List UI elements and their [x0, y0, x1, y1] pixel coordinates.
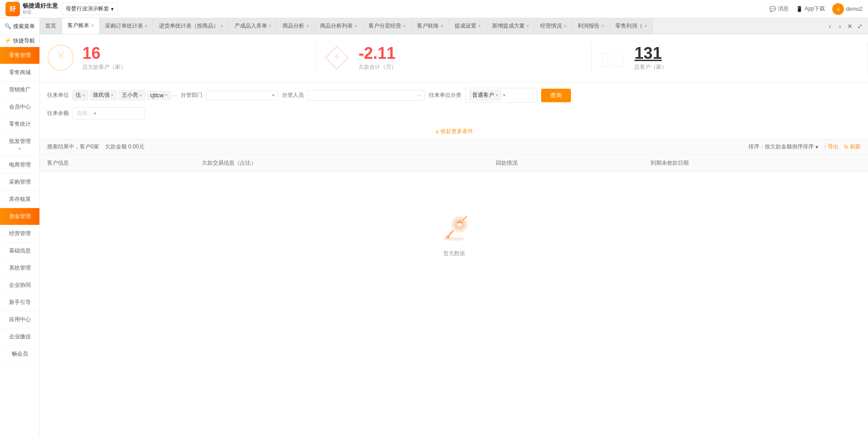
sidebar-search[interactable]: 🔍 搜索菜单 [0, 18, 39, 35]
tab-close-icon[interactable]: × [269, 24, 272, 28]
user-action[interactable]: d demo2 [832, 3, 863, 15]
tag-close-chen[interactable]: × [111, 93, 114, 98]
card3-bg-icon [599, 44, 626, 72]
sidebar-item-finance[interactable]: 资金管理 [0, 208, 39, 225]
query-button[interactable]: 查询 [541, 89, 571, 102]
balance-filter-input[interactable]: 选择... ▾ [72, 107, 145, 119]
dept-filter-select[interactable]: ▾ [206, 90, 278, 100]
tag-close-wu[interactable]: × [82, 93, 85, 98]
tab-commission-settings[interactable]: 提成设置 × [449, 18, 487, 34]
tab-close-all-btn[interactable]: ✕ [845, 22, 854, 31]
refresh-btn[interactable]: ↻ 刷新 [844, 143, 861, 151]
tab-close-icon[interactable]: × [91, 23, 94, 28]
sidebar-item-label: 营销推广 [2, 86, 38, 94]
summary-section: ¥ 16 总欠款客户（家） ✦ [40, 34, 868, 82]
tab-close-icon[interactable]: × [221, 24, 223, 28]
empty-state: 暂无数据 [40, 172, 868, 294]
sidebar-item-label: 会员中心 [2, 103, 38, 111]
tab-prev-btn[interactable]: ‹ [825, 22, 834, 31]
tab-close-icon[interactable]: × [441, 24, 443, 28]
tab-close-icon[interactable]: × [527, 24, 529, 28]
sidebar-item-basic-info[interactable]: 基础信息 [0, 242, 39, 260]
sidebar-nav[interactable]: ⚡ 快捷导航 [0, 35, 39, 47]
tab-close-icon[interactable]: × [306, 24, 309, 28]
sidebar-item-chang-member[interactable]: 畅会员 [0, 346, 39, 363]
filter-tag-normal-customer: 普通客户 × [469, 90, 501, 100]
svg-rect-3 [603, 53, 611, 66]
tab-customer-contact[interactable]: 客户联络 × [412, 18, 449, 34]
tab-customer-segment[interactable]: 客户分层经营 × [363, 18, 412, 34]
more-tags-icon[interactable]: ··· [173, 92, 177, 99]
tab-product-analysis-list[interactable]: 商品分析列表 × [315, 18, 363, 34]
sidebar-item-label: 新手引导 [2, 299, 38, 306]
sidebar-item-retail-mgmt[interactable]: 零售管理 [0, 47, 39, 64]
nav-label: 快捷导航 [13, 38, 35, 44]
balance-filter-label: 往来余额 [47, 109, 69, 117]
tabs-bar: 首页 客户账本 × 采购订单统计表 × 进货单统计表（按商品） × 产成品入库单… [40, 18, 868, 34]
message-action[interactable]: 💬 消息 [769, 5, 789, 13]
sidebar-item-retail-stats[interactable]: 零售统计 [0, 116, 39, 133]
filter-tag-wang: 王小亮 × [119, 90, 145, 100]
tab-close-icon[interactable]: × [564, 24, 566, 28]
sort-selector[interactable]: 排序：按欠款金额倒序排序 ▾ [748, 143, 818, 151]
export-btn[interactable]: ↑ 导出 [824, 143, 839, 151]
top-bar-left: 好 畅捷通好生意 标版 母婴行业演示帐套 ▾ [5, 2, 118, 16]
workspace-chevron-icon: ▾ [111, 6, 114, 12]
card1-value-area: 16 总欠款客户（家） [82, 45, 126, 71]
sidebar-item-purchase-mgmt[interactable]: 采购管理 [0, 174, 39, 191]
tag-label-wu: 伍 [76, 91, 81, 99]
tab-close-icon[interactable]: × [145, 24, 148, 28]
tab-commission-settings-label: 提成设置 [455, 22, 476, 30]
sidebar-item-app-center[interactable]: 应用中心 [0, 311, 39, 328]
workspace-selector[interactable]: 母婴行业演示帐套 ▾ [62, 3, 118, 15]
collapse-filter-btn[interactable]: ∧ 收起更多条件 [435, 126, 473, 137]
sidebar-item-beginner-guide[interactable]: 新手引导 [0, 294, 39, 311]
sidebar-item-enterprise-collab[interactable]: 企业协同 [0, 277, 39, 294]
tab-close-icon[interactable]: × [644, 24, 647, 28]
sort-label: 排序：按欠款金额倒序排序 [748, 143, 814, 151]
tab-close-icon[interactable]: × [601, 24, 604, 28]
category-filter-select[interactable]: 普通客户 × ▾ [465, 88, 537, 103]
sidebar-item-member-center[interactable]: 会员中心 [0, 99, 39, 116]
tab-expand-btn[interactable]: ⤢ [855, 22, 864, 31]
col-repayment: 回款情况 [489, 155, 643, 172]
tab-close-icon[interactable]: × [403, 24, 406, 28]
tab-profit-report[interactable]: 利润报告 × [572, 18, 610, 34]
sidebar-item-wholesale-mgmt[interactable]: 批发管理 ▾ [0, 133, 39, 157]
table-header: 客户信息 欠款交易信息（占比） 回款情况 到期未收款日期 [40, 155, 868, 172]
main-layout: 🔍 搜索菜单 ⚡ 快捷导航 零售管理 零售商城 营销推广 会员中心 零售统计 批… [0, 18, 868, 437]
sidebar-item-operations[interactable]: 经营管理 [0, 225, 39, 242]
tab-customer-account[interactable]: 客户账本 × [62, 18, 100, 34]
tab-production-inbound[interactable]: 产成品入库单 × [229, 18, 278, 34]
sidebar-item-marketing[interactable]: 营销推广 [0, 81, 39, 99]
sidebar-item-wechat-work[interactable]: 企业微信 [0, 328, 39, 346]
tag-label-cjttcw: cjttcw [150, 92, 164, 99]
tag-close-cjttcw[interactable]: × [165, 93, 168, 98]
top-bar: 好 畅捷通好生意 标版 母婴行业演示帐套 ▾ 💬 消息 📱 App下载 d de… [0, 0, 868, 18]
tab-retail-profit-label: 零售利润（ [615, 22, 643, 30]
tab-close-icon[interactable]: × [478, 24, 481, 28]
tag-close-normal[interactable]: × [495, 93, 498, 98]
tab-close-icon[interactable]: × [355, 24, 357, 28]
message-icon: 💬 [769, 6, 776, 12]
sidebar-item-inventory[interactable]: 库存核算 [0, 191, 39, 208]
tab-add-commission[interactable]: 新增提成方案 × [487, 18, 535, 34]
svg-point-11 [446, 235, 450, 239]
tab-product-analysis[interactable]: 商品分析 × [277, 18, 315, 34]
tab-business-status[interactable]: 经营情况 × [535, 18, 572, 34]
person-filter-select[interactable]: ··· [307, 90, 425, 101]
sidebar-item-system-mgmt[interactable]: 系统管理 [0, 260, 39, 277]
sidebar-item-label: 零售统计 [2, 120, 38, 128]
tab-next-btn[interactable]: › [835, 22, 844, 31]
tab-retail-profit[interactable]: 零售利润（ × [610, 18, 653, 34]
tag-close-wang[interactable]: × [139, 93, 142, 98]
sidebar-item-retail-mall[interactable]: 零售商城 [0, 64, 39, 81]
tab-purchase-order[interactable]: 采购订单统计表 × [100, 18, 153, 34]
sidebar-item-label: 畅会员 [2, 350, 38, 358]
app-download-action[interactable]: 📱 App下载 [796, 5, 825, 13]
chevron-down-icon: ▾ [19, 147, 21, 151]
tab-purchase-stats[interactable]: 进货单统计表（按商品） × [153, 18, 229, 34]
tab-home[interactable]: 首页 [40, 18, 62, 34]
sidebar-item-ecommerce[interactable]: 电商管理 [0, 157, 39, 174]
tab-purchase-stats-label: 进货单统计表（按商品） [159, 22, 219, 30]
